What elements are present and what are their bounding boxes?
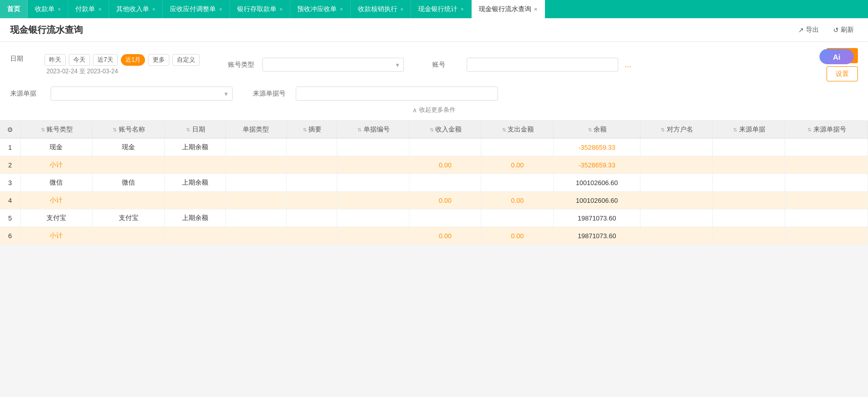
th-income[interactable]: ⇅ 收入金额: [409, 121, 481, 139]
nav-tab-label: 应收应付调整单: [170, 5, 216, 14]
th-counterpart[interactable]: ⇅ 对方户名: [641, 121, 713, 139]
close-icon[interactable]: ×: [58, 6, 61, 12]
source-doc-select[interactable]: ▾: [51, 86, 233, 101]
cell-account-type: 支付宝: [20, 209, 93, 227]
nav-tab-label: 收款核销执行: [358, 5, 397, 14]
th-account-name[interactable]: ⇅ 账号名称: [93, 121, 165, 139]
nav-tab-yinhang[interactable]: 银行存取款单 ×: [230, 0, 290, 18]
export-button[interactable]: ↗ 导出: [794, 23, 823, 36]
sort-icon: ⇅: [661, 127, 665, 133]
cell-source-doc: [712, 139, 785, 156]
date-options: 昨天 今天 近7天 近1月 更多 自定义: [44, 54, 200, 66]
cell-account-type: 小计: [20, 227, 93, 245]
nav-tab-liushui[interactable]: 现金银行流水查询 ×: [472, 0, 545, 18]
chevron-up-icon: ∧: [413, 107, 417, 114]
cell-balance: -3528659.33: [554, 139, 641, 156]
date-btn-custom[interactable]: 自定义: [172, 54, 200, 66]
cell-source-doc: [712, 192, 785, 209]
export-icon: ↗: [798, 26, 804, 34]
close-icon[interactable]: ×: [152, 6, 155, 12]
date-btn-yesterday[interactable]: 昨天: [44, 54, 66, 66]
nav-tab-qitashouru[interactable]: 其他收入单 ×: [109, 0, 163, 18]
filter-area: 日期 昨天 今天 近7天 近1月 更多 自定义 2023-02-24 至 202…: [0, 42, 868, 121]
cell-account-name: 微信: [93, 174, 165, 192]
th-doc-no[interactable]: ⇅ 单据编号: [337, 121, 409, 139]
account-type-select[interactable]: ▾: [262, 58, 404, 72]
cell-source-doc-no: [785, 192, 867, 209]
ai-label: Ai: [833, 53, 841, 61]
filter-row-date: 日期 昨天 今天 近7天 近1月 更多 自定义 2023-02-24 至 202…: [10, 48, 858, 81]
nav-tab-label: 现金银行统计: [418, 5, 458, 14]
cell-counterpart: [641, 174, 713, 192]
sort-icon: ⇅: [733, 127, 737, 133]
sort-icon: ⇅: [186, 127, 190, 133]
cell-account-name: [93, 227, 165, 245]
close-icon[interactable]: ×: [280, 6, 283, 12]
table-row: 1 现金 现金 上期余额 -3528659.33: [0, 139, 868, 156]
date-btn-1month[interactable]: 近1月: [121, 54, 146, 66]
cell-balance: 19871073.60: [554, 227, 641, 245]
th-source-doc[interactable]: ⇅ 来源单据: [712, 121, 785, 139]
date-btn-today[interactable]: 今天: [69, 54, 90, 66]
cell-summary: [286, 227, 337, 245]
cell-source-doc: [712, 156, 785, 174]
page-title: 现金银行流水查询: [10, 24, 83, 36]
cell-doc-type: [225, 209, 286, 227]
cell-source-doc: [712, 174, 785, 192]
th-source-doc-no[interactable]: ⇅ 来源单据号: [785, 121, 867, 139]
cell-account-type: 微信: [20, 174, 93, 192]
nav-tab-shoukuandan[interactable]: 收款单 ×: [28, 0, 68, 18]
dots-button[interactable]: ...: [622, 60, 633, 69]
date-btn-7days[interactable]: 近7天: [93, 54, 118, 66]
th-doc-type[interactable]: 单据类型: [225, 121, 286, 139]
close-icon[interactable]: ×: [219, 6, 222, 12]
cell-date: [165, 192, 225, 209]
cell-account-type: 小计: [20, 192, 93, 209]
table-container: ⚙ ⇅ 账号类型 ⇅ 账号名称 ⇅ 日期 单据类型 ⇅: [0, 121, 868, 245]
th-settings[interactable]: ⚙: [0, 121, 20, 139]
th-summary[interactable]: ⇅ 摘要: [286, 121, 337, 139]
cell-expense: 0.00: [481, 192, 554, 209]
close-icon[interactable]: ×: [340, 6, 343, 12]
account-input[interactable]: [467, 58, 618, 72]
ai-badge[interactable]: Ai: [819, 49, 854, 64]
source-doc-no-input[interactable]: [296, 86, 498, 101]
table-row: 2 小计 0.00 0.00 -3528659.33: [0, 156, 868, 174]
nav-home-label: 首页: [7, 5, 20, 14]
nav-tab-fukuandan[interactable]: 付款单 ×: [68, 0, 109, 18]
th-date[interactable]: ⇅ 日期: [165, 121, 225, 139]
th-expense[interactable]: ⇅ 支出金额: [481, 121, 554, 139]
header-actions: ↗ 导出 ↺ 刷新: [794, 23, 858, 36]
nav-tab-hexiao[interactable]: 收款核销执行 ×: [351, 0, 411, 18]
cell-balance: 100102606.60: [554, 174, 641, 192]
cell-doc-no: [337, 139, 409, 156]
close-icon[interactable]: ×: [98, 6, 101, 12]
cell-doc-no: [337, 156, 409, 174]
cell-summary: [286, 139, 337, 156]
close-icon[interactable]: ×: [400, 6, 403, 12]
refresh-button[interactable]: ↺ 刷新: [829, 23, 858, 36]
nav-tab-yingshou[interactable]: 应收应付调整单 ×: [163, 0, 230, 18]
nav-home[interactable]: 首页: [0, 0, 28, 18]
settings-button[interactable]: 设置: [827, 66, 858, 81]
close-icon[interactable]: ×: [534, 6, 537, 12]
cell-date: 上期余额: [165, 174, 225, 192]
cell-source-doc-no: [785, 227, 867, 245]
th-account-type[interactable]: ⇅ 账号类型: [20, 121, 93, 139]
cell-source-doc-no: [785, 139, 867, 156]
cell-balance: 100102606.60: [554, 192, 641, 209]
cell-counterpart: [641, 156, 713, 174]
table-row: 5 支付宝 支付宝 上期余额 19871073.60: [0, 209, 868, 227]
date-btn-more[interactable]: 更多: [148, 54, 169, 66]
table-row: 3 微信 微信 上期余额 100102606.60: [0, 174, 868, 192]
close-icon[interactable]: ×: [461, 6, 464, 12]
cell-no: 5: [0, 209, 20, 227]
nav-tab-tongji[interactable]: 现金银行统计 ×: [411, 0, 471, 18]
cell-account-type: 现金: [20, 139, 93, 156]
account-label: 账号: [432, 60, 463, 69]
cell-source-doc: [712, 227, 785, 245]
th-balance[interactable]: ⇅ 余额: [554, 121, 641, 139]
sort-icon: ⇅: [113, 127, 117, 133]
nav-tab-yushou[interactable]: 预收冲应收单 ×: [290, 0, 350, 18]
collapse-bar[interactable]: ∧ 收起更多条件: [10, 106, 858, 114]
